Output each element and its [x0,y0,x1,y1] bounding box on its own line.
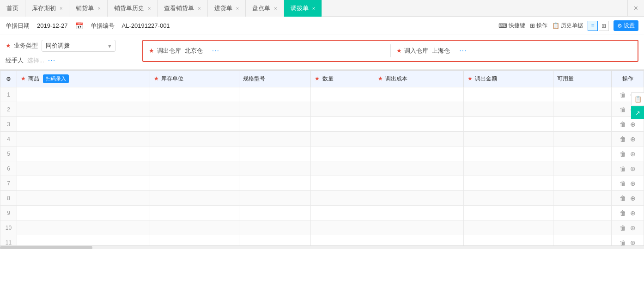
tab-sales-order[interactable]: 销货单 × [69,0,107,17]
unit-cell[interactable] [150,176,239,191]
expand-side-button[interactable]: ↗ [631,106,644,119]
delete-icon[interactable]: 🗑 [620,209,626,217]
cost-cell[interactable] [374,191,463,206]
qty-cell[interactable] [311,132,374,146]
qty-cell[interactable] [311,87,374,102]
spec-cell[interactable] [239,132,311,146]
qty-cell[interactable] [311,102,374,117]
cost-cell[interactable] [374,146,463,161]
qty-cell[interactable] [311,191,374,206]
cost-cell[interactable] [374,102,463,117]
tab-stocktake[interactable]: 盘点单 × [246,0,284,17]
delete-icon[interactable]: 🗑 [620,150,626,158]
available-cell[interactable] [553,235,611,246]
unit-cell[interactable] [150,146,239,161]
notes-side-button[interactable]: 📋 [631,92,644,105]
tab-view-sales[interactable]: 查看销货单 × [158,0,207,17]
shortcuts-button[interactable]: ⌨ 快捷键 [498,22,525,30]
available-cell[interactable] [553,87,611,102]
spec-cell[interactable] [239,235,311,246]
unit-cell[interactable] [150,220,239,235]
delete-icon[interactable]: 🗑 [620,91,626,98]
amount-cell[interactable] [463,176,553,191]
copy-icon[interactable]: ⊕ [630,121,636,128]
qty-cell[interactable] [311,161,374,176]
product-cell[interactable] [17,87,150,102]
copy-icon[interactable]: ⊕ [630,135,636,143]
copy-icon[interactable]: ⊕ [630,180,636,187]
available-cell[interactable] [553,176,611,191]
available-cell[interactable] [553,161,611,176]
cost-cell[interactable] [374,235,463,246]
product-cell[interactable] [17,176,150,191]
tab-inventory-init[interactable]: 库存期初 × [25,0,69,17]
spec-cell[interactable] [239,191,311,206]
cost-cell[interactable] [374,206,463,220]
qty-cell[interactable] [311,235,374,246]
qty-cell[interactable] [311,146,374,161]
cost-cell[interactable] [374,132,463,146]
history-button[interactable]: 📋 历史单据 [552,22,583,30]
spec-cell[interactable] [239,176,311,191]
amount-cell[interactable] [463,235,553,246]
product-cell[interactable] [17,161,150,176]
cost-cell[interactable] [374,176,463,191]
amount-cell[interactable] [463,132,553,146]
qty-cell[interactable] [311,117,374,132]
unit-cell[interactable] [150,132,239,146]
cost-cell[interactable] [374,117,463,132]
copy-icon[interactable]: ⊕ [630,150,636,158]
copy-icon[interactable]: ⊕ [630,239,636,246]
tab-close-icon[interactable]: × [274,6,277,11]
unit-cell[interactable] [150,191,239,206]
cost-cell[interactable] [374,87,463,102]
warehouse-out-more-button[interactable]: ··· [212,47,219,55]
unit-cell[interactable] [150,161,239,176]
product-cell[interactable] [17,191,150,206]
product-cell[interactable] [17,132,150,146]
layout-btn-grid[interactable]: ⊞ [599,21,609,31]
tab-sales-history[interactable]: 销货单历史 × [108,0,158,17]
qty-cell[interactable] [311,220,374,235]
tab-close-icon[interactable]: × [97,6,100,11]
available-cell[interactable] [553,220,611,235]
amount-cell[interactable] [463,87,553,102]
tab-home[interactable]: 首页 [0,0,25,17]
product-cell[interactable] [17,146,150,161]
product-cell[interactable] [17,102,150,117]
tab-close-icon[interactable]: × [236,6,239,11]
tab-close-icon[interactable]: × [312,6,315,11]
available-cell[interactable] [553,102,611,117]
spec-cell[interactable] [239,206,311,220]
delete-icon[interactable]: 🗑 [620,224,626,232]
window-close-button[interactable]: × [627,0,644,17]
calendar-icon[interactable]: 📅 [75,22,83,30]
amount-cell[interactable] [463,102,553,117]
amount-cell[interactable] [463,191,553,206]
available-cell[interactable] [553,146,611,161]
product-cell[interactable] [17,117,150,132]
available-cell[interactable] [553,132,611,146]
amount-cell[interactable] [463,117,553,132]
settings-button[interactable]: ⚙ 设置 [614,20,638,31]
unit-cell[interactable] [150,206,239,220]
spec-cell[interactable] [239,220,311,235]
person-input[interactable]: 选择... [27,56,44,65]
available-cell[interactable] [553,206,611,220]
unit-cell[interactable] [150,235,239,246]
product-cell[interactable] [17,220,150,235]
tab-close-icon[interactable]: × [198,6,200,11]
cost-cell[interactable] [374,161,463,176]
cost-cell[interactable] [374,220,463,235]
qty-cell[interactable] [311,206,374,220]
spec-cell[interactable] [239,117,311,132]
delete-icon[interactable]: 🗑 [620,106,626,113]
available-cell[interactable] [553,191,611,206]
amount-cell[interactable] [463,206,553,220]
available-cell[interactable] [553,117,611,132]
tab-transfer[interactable]: 调拨单 × [284,0,322,17]
amount-cell[interactable] [463,220,553,235]
delete-icon[interactable]: 🗑 [620,180,626,187]
delete-icon[interactable]: 🗑 [620,135,626,143]
product-cell[interactable] [17,235,150,246]
